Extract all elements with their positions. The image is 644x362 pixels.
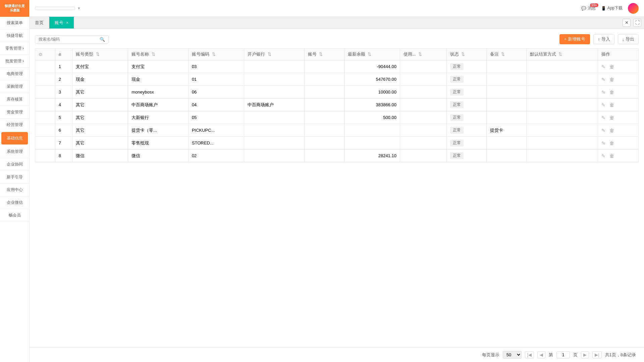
cell-balance	[344, 137, 400, 149]
sidebar-item-quick-nav[interactable]: 快捷导航	[0, 29, 29, 42]
delete-button[interactable]: 🗑	[609, 115, 614, 120]
sidebar-item-system[interactable]: 系统管理	[0, 145, 29, 158]
col-code[interactable]: 账号编码 ⇅	[188, 49, 244, 60]
page-input[interactable]: 1	[556, 351, 570, 358]
cell-default-settlement	[526, 60, 598, 73]
tab-close-all-button[interactable]: ✕	[623, 19, 631, 27]
sidebar-item-operations[interactable]: 经营管理	[0, 119, 29, 131]
edit-button[interactable]: ✎	[601, 77, 605, 82]
cell-status: 正常	[446, 111, 486, 124]
cell-code: PICKUPC...	[188, 124, 244, 137]
delete-button[interactable]: 🗑	[609, 77, 614, 82]
content-area: 🔍 + 新增账号 ↑ 导入 ↓ 导出 ⚙ # 账号类型 ⇅	[30, 29, 644, 362]
per-page-select[interactable]: 50 100 200	[503, 351, 522, 359]
edit-button[interactable]: ✎	[601, 64, 605, 69]
first-page-button[interactable]: |◀	[525, 351, 534, 358]
delete-button[interactable]: 🗑	[609, 153, 614, 159]
sidebar-item-app-center[interactable]: 应用中心	[0, 184, 29, 196]
cell-action: ✎ 🗑	[598, 137, 639, 149]
cell-index: 8	[55, 149, 72, 162]
prev-page-button[interactable]: ◀	[537, 351, 545, 358]
status-badge: 正常	[450, 88, 464, 96]
col-balance[interactable]: 最新余额 ⇅	[344, 49, 400, 60]
sidebar-item-newbie[interactable]: 新手引导	[0, 171, 29, 184]
edit-button[interactable]: ✎	[601, 140, 605, 146]
dropdown-icon[interactable]: ▾	[78, 6, 80, 11]
cell-code: STORED...	[188, 137, 244, 149]
col-default-settlement[interactable]: 默认结算方式 ⇅	[526, 49, 598, 60]
delete-button[interactable]: 🗑	[609, 64, 614, 69]
last-page-button[interactable]: ▶|	[592, 351, 601, 358]
col-bank[interactable]: 开户银行 ⇅	[244, 49, 305, 60]
add-account-button[interactable]: + 新增账号	[559, 34, 590, 44]
status-badge: 正常	[450, 63, 464, 70]
sidebar-item-basic-info[interactable]: 基础信息	[1, 132, 28, 145]
sidebar-item-member[interactable]: 畅会员	[0, 209, 29, 222]
cell-name: 现金	[128, 73, 189, 86]
cell-usage	[400, 99, 446, 111]
next-page-button[interactable]: ▶	[581, 351, 589, 358]
tab-expand-button[interactable]: ⛶	[633, 19, 641, 27]
cell-settings	[35, 137, 55, 149]
user-avatar[interactable]	[628, 3, 639, 14]
search-input[interactable]	[39, 37, 98, 42]
cell-default-settlement	[526, 111, 598, 124]
delete-button[interactable]: 🗑	[609, 128, 614, 133]
tab-bar: 首页账号× ✕ ⛶	[30, 17, 644, 29]
status-badge: 正常	[450, 152, 464, 159]
cell-name: 提货卡（零...	[128, 124, 189, 137]
table-row: 4 其它 中百商场账户 04 中百商场账户 383866.00 正常 ✎ 🗑	[35, 99, 639, 111]
import-button[interactable]: ↑ 导入	[593, 34, 614, 44]
accounts-table: ⚙ # 账号类型 ⇅ 账号名称 ⇅ 账号编码 ⇅ 开户银行 ⇅ 账号 ⇅ 最新余…	[35, 48, 639, 162]
sidebar-item-finance[interactable]: 资金管理	[0, 106, 29, 119]
cell-account	[304, 124, 344, 137]
cell-action: ✎ 🗑	[598, 149, 639, 162]
top-search-box[interactable]	[35, 7, 75, 10]
delete-button[interactable]: 🗑	[609, 140, 614, 146]
col-type[interactable]: 账号类型 ⇅	[72, 49, 128, 60]
sidebar-item-enterprise[interactable]: 企业协同	[0, 158, 29, 171]
sidebar-item-wholesale[interactable]: 批发管理 ›	[0, 55, 29, 68]
col-usage[interactable]: 使用... ⇅	[400, 49, 446, 60]
cell-bank	[244, 137, 305, 149]
sidebar-item-purchase[interactable]: 采购管理	[0, 80, 29, 93]
cell-usage	[400, 124, 446, 137]
delete-button[interactable]: 🗑	[609, 89, 614, 95]
col-status[interactable]: 状态 ⇅	[446, 49, 486, 60]
cell-account	[304, 60, 344, 73]
cell-action: ✎ 🗑	[598, 99, 639, 111]
toolbar-right: + 新增账号 ↑ 导入 ↓ 导出	[559, 34, 639, 44]
edit-button[interactable]: ✎	[601, 153, 605, 159]
col-remark[interactable]: 备注 ⇅	[486, 49, 526, 60]
sidebar-item-enterprise-wechat[interactable]: 企业微信	[0, 196, 29, 209]
edit-button[interactable]: ✎	[601, 89, 605, 95]
edit-button[interactable]: ✎	[601, 128, 605, 133]
tab-home[interactable]: 首页	[30, 17, 49, 28]
cell-remark	[486, 60, 526, 73]
cell-usage	[400, 86, 446, 99]
app-download-button[interactable]: 📱 App下载	[601, 5, 623, 11]
settings-icon[interactable]: ⚙	[39, 52, 43, 57]
table-row: 6 其它 提货卡（零... PICKUPC... 正常 提货卡 ✎ 🗑	[35, 124, 639, 137]
sidebar-item-ecommerce[interactable]: 电商管理	[0, 68, 29, 80]
tab-accounts[interactable]: 账号×	[49, 17, 74, 28]
tab-label-home: 首页	[35, 20, 44, 26]
delete-button[interactable]: 🗑	[609, 102, 614, 108]
cell-remark	[486, 111, 526, 124]
sidebar-item-search[interactable]: 搜索菜单	[0, 17, 29, 29]
edit-button[interactable]: ✎	[601, 102, 605, 108]
sidebar-item-inventory[interactable]: 库存核算	[0, 93, 29, 106]
cell-balance: 500.00	[344, 111, 400, 124]
message-button[interactable]: 💬 消息 99+	[581, 5, 596, 11]
tab-close-accounts[interactable]: ×	[66, 20, 68, 25]
cell-code: 05	[188, 111, 244, 124]
sidebar-item-retail[interactable]: 零售管理 ›	[0, 42, 29, 55]
export-button[interactable]: ↓ 导出	[618, 34, 639, 44]
col-account[interactable]: 账号 ⇅	[304, 49, 344, 60]
table-row: 5 其它 大新银行 05 500.00 正常 ✎ 🗑	[35, 111, 639, 124]
edit-button[interactable]: ✎	[601, 115, 605, 120]
header-left: ▾	[35, 6, 80, 11]
cell-balance	[344, 124, 400, 137]
search-box[interactable]: 🔍	[35, 35, 109, 44]
col-name[interactable]: 账号名称 ⇅	[128, 49, 189, 60]
